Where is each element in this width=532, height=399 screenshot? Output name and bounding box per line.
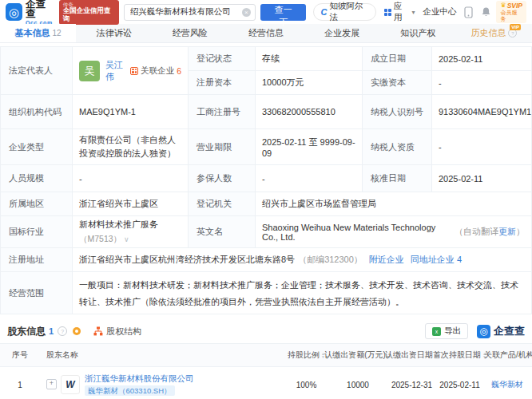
biz-term-value: 2025-02-11 至 9999-09-09 (256, 129, 363, 165)
avatar: 吴 (79, 61, 100, 81)
search-input[interactable] (129, 6, 242, 18)
biz-term-label: 营业期限 (189, 129, 256, 165)
notification-bell-icon[interactable] (481, 6, 491, 18)
industry-label: 国标行业 (1, 216, 73, 248)
same-address-companies-link[interactable]: 同地址企业 4 (411, 254, 462, 266)
search-button[interactable]: 查一下 (260, 4, 307, 21)
apps-menu[interactable]: 应用 ▾ (384, 1, 415, 23)
tax-id-label: 纳税人识别号 (363, 95, 432, 129)
org-code-value: MAE9Q1YM-1 (73, 95, 189, 129)
qcc-logo[interactable]: ◎ 企查查 Qcc.com (6, 0, 54, 26)
tab-operating-risk[interactable]: 经营风险 (152, 24, 228, 42)
qcc-logo-text: 企查查 (26, 0, 54, 19)
qcc-watermark-icon: ◎ (477, 325, 490, 338)
tab-history-info[interactable]: 历史信息 VIP ? (456, 24, 532, 42)
first-hold-date-value: 2025-02-11 (437, 381, 482, 389)
tab-basic-count: 12 (53, 29, 62, 38)
region-label: 所属地区 (1, 192, 73, 216)
biz-reg-no-label: 工商注册号 (189, 95, 256, 129)
svip-label: SVIP (507, 2, 522, 10)
insured-count-label: 参保人数 (189, 165, 256, 192)
est-date-label: 成立日期 (363, 47, 432, 71)
region-value: 浙江省绍兴市上虞区 (73, 192, 189, 216)
chevron-down-icon: ▾ (411, 9, 415, 16)
approval-date-value: 2025-02-11 (432, 165, 532, 192)
zhibi-alpha-link[interactable]: C 知彼阿尔法 (313, 3, 376, 21)
mobile-app-icon[interactable] (464, 6, 473, 18)
zhibi-alpha-label: 知彼阿尔法 (329, 1, 369, 23)
zhibi-alpha-icon: C (320, 7, 327, 17)
col-ratio[interactable]: 持股比例▲▼ (284, 350, 329, 361)
slogan-line2: 全国企业信用查询 (63, 7, 115, 23)
postal-code: （邮编312300） (298, 254, 363, 266)
export-button[interactable]: x 导出 (425, 323, 468, 339)
tab-intellectual-property[interactable]: 知识产权 (380, 24, 456, 42)
staff-size-label: 人员规模 (1, 165, 73, 192)
related-product-cell: 巍华新材 (482, 379, 532, 390)
col-subscribe-date[interactable]: 认缴出资日期▲▼ (387, 350, 437, 361)
qcc-watermark: ◎ 企查查 (477, 324, 525, 338)
taxpayer-qual-value: - (432, 129, 532, 165)
shareholders-table: 序号 股东名称 持股比例▲▼ 认缴出资额(万元)▲▼ 认缴出资日期▲▼ 首次持股… (0, 343, 532, 399)
related-product-link[interactable]: 巍华新材 (491, 379, 523, 390)
medal-icon (73, 327, 81, 335)
translate-update-link[interactable]: 更新 (498, 227, 516, 236)
shareholders-header: 股东信息 1 ? 股权结构 x 导出 ◎ 企查查 (0, 319, 532, 343)
col-amount[interactable]: 认缴出资额(万元)▲▼ (329, 350, 387, 361)
stock-ticker-tag[interactable]: 巍华新材（603310.SH） (85, 385, 175, 396)
industry-code: （M7513） (79, 234, 121, 243)
tax-id-value: 91330604MAE9Q1YM12 (432, 95, 532, 129)
related-companies-count: 6 (177, 66, 181, 76)
reg-status-value: 存续 (256, 47, 363, 71)
legal-rep-name-link[interactable]: 吴江伟 (105, 59, 124, 83)
col-no: 序号 (0, 350, 40, 361)
clear-search-icon[interactable]: × (242, 8, 251, 17)
subscribe-date-value: 2025-12-31 (387, 381, 437, 389)
enterprise-center-link[interactable]: 企业中心 (423, 6, 456, 18)
org-chart-icon (93, 326, 103, 336)
company-type-value: 有限责任公司（非自然人投资或控股的法人独资） (73, 129, 189, 165)
reg-capital-label: 注册资本 (189, 71, 256, 95)
reg-authority-label: 登记机关 (189, 192, 256, 216)
top-header: ◎ 企查查 Qcc.com 传奇 全国企业信用查询 × 查一下 C 知彼阿尔法 … (0, 0, 532, 24)
chevron-down-icon[interactable]: ∨ (124, 235, 129, 243)
search-box: × (124, 4, 256, 21)
biz-reg-no-value: 330682000555810 (256, 95, 363, 129)
svip-badge[interactable]: ♛SVIP 会员服务 (496, 1, 526, 24)
tab-legal-proceedings[interactable]: 法律诉讼 (76, 24, 152, 42)
tab-company-development[interactable]: 企业发展 (304, 24, 380, 42)
address-label: 注册地址 (1, 248, 73, 272)
slogan-banner: 传奇 全国企业信用查询 (59, 0, 119, 25)
shareholder-company-link[interactable]: 浙江巍华新材料股份有限公司 (85, 373, 194, 384)
related-companies-icon (130, 67, 138, 75)
approval-date-label: 核准日期 (363, 165, 432, 192)
tab-operating-info[interactable]: 经营信息 (228, 24, 304, 42)
vip-badge: VIP (510, 24, 521, 30)
shareholders-table-header: 序号 股东名称 持股比例▲▼ 认缴出资额(万元)▲▼ 认缴出资日期▲▼ 首次持股… (0, 344, 532, 367)
col-related: 关联产品/机构 (482, 350, 532, 361)
help-icon[interactable]: ? (58, 326, 67, 336)
english-name-label: 英文名 (189, 216, 256, 248)
company-type-label: 企业类型 (1, 129, 73, 165)
reg-capital-value: 10000万元 (256, 71, 363, 95)
related-companies-link[interactable]: 关联企业 6 (130, 65, 181, 77)
paid-capital-label: 实缴资本 (363, 71, 432, 95)
excel-icon: x (432, 327, 441, 336)
reg-status-label: 登记状态 (189, 47, 256, 71)
expand-icon[interactable]: + (46, 379, 57, 389)
tab-basic-info[interactable]: 基本信息 12 (0, 24, 76, 42)
table-row: 1 + W 浙江巍华新材料股份有限公司 巍华新材（603310.SH） 100%… (0, 367, 532, 399)
staff-size-value: - (73, 165, 189, 192)
row-no: 1 (0, 381, 40, 389)
org-code-label: 组织机构代码 (1, 95, 73, 129)
col-first-hold-date[interactable]: 首次持股日期▲▼ (437, 350, 482, 361)
apps-grid-icon (384, 9, 391, 16)
shareholders-count: 1 (49, 326, 54, 336)
taxpayer-qual-label: 纳税人资质 (363, 129, 432, 165)
slogan-line1: 传奇 (63, 2, 115, 7)
equity-structure-link[interactable]: 股权结构 (93, 326, 141, 338)
apps-label: 应用 (394, 1, 410, 23)
nearby-companies-link[interactable]: 附近企业 (369, 254, 404, 266)
industry-value: 新材料技术推广服务 （M7513）∨ (73, 216, 189, 248)
qcc-watermark-text: 企查查 (494, 324, 525, 338)
